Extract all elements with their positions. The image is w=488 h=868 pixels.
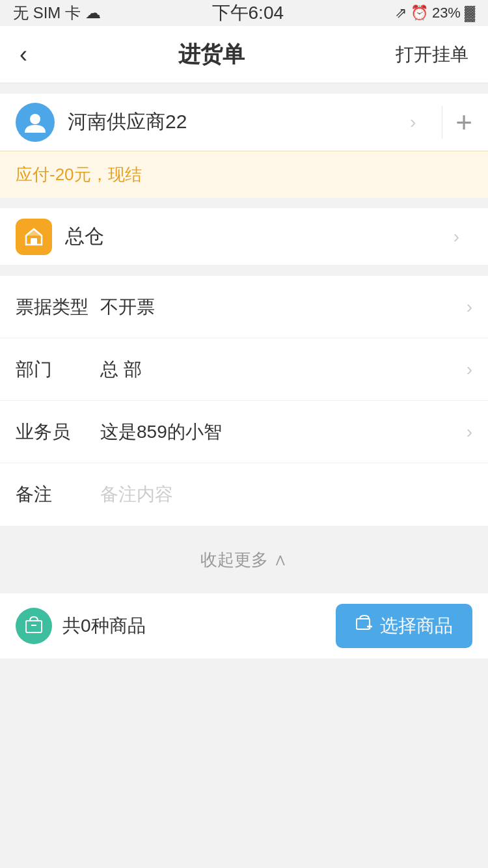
alarm-icon: ⏰ [411, 5, 428, 21]
svg-rect-1 [31, 238, 37, 245]
status-left: 无 SIM 卡 ☁ [13, 3, 101, 23]
product-icon [16, 608, 52, 644]
location-icon: ⇗ [395, 5, 407, 21]
divider [442, 106, 442, 139]
invoice-type-label: 票据类型 [16, 295, 100, 319]
salesperson-chevron-icon: › [467, 422, 472, 442]
department-row[interactable]: 部门 总 部 › [0, 338, 488, 401]
status-time: 下午6:04 [212, 1, 284, 25]
salesperson-value: 这是859的小智 [100, 420, 467, 444]
warehouse-name: 总仓 [65, 223, 454, 250]
remark-label: 备注 [16, 482, 100, 507]
supplier-row[interactable]: 河南供应商22 › + [0, 94, 488, 151]
bottom-bar: 共0种商品 选择商品 [0, 593, 488, 658]
salesperson-row[interactable]: 业务员 这是859的小智 › [0, 401, 488, 463]
select-product-icon [355, 615, 373, 638]
nav-bar: ‹ 进货单 打开挂单 [0, 26, 488, 83]
warehouse-row[interactable]: 总仓 › [0, 208, 488, 265]
invoice-type-chevron-icon: › [467, 297, 472, 318]
battery-icon: ▓ [465, 5, 475, 21]
salesperson-label: 业务员 [16, 420, 100, 444]
status-right: ⇗ ⏰ 23% ▓ [395, 5, 475, 21]
warehouse-chevron-icon: › [454, 226, 459, 247]
department-chevron-icon: › [467, 359, 472, 380]
supplier-section: 河南供应商22 › + 应付-20元，现结 [0, 94, 488, 198]
invoice-type-row[interactable]: 票据类型 不开票 › [0, 276, 488, 338]
cart-icon [23, 616, 44, 636]
status-bar: 无 SIM 卡 ☁ 下午6:04 ⇗ ⏰ 23% ▓ [0, 0, 488, 26]
battery-level: 23% [432, 5, 461, 21]
open-pending-button[interactable]: 打开挂单 [396, 42, 468, 67]
select-product-label: 选择商品 [380, 614, 453, 638]
sim-status: 无 SIM 卡 ☁ [13, 3, 101, 23]
supplier-avatar [16, 103, 55, 142]
user-icon [23, 111, 47, 134]
product-count: 共0种商品 [62, 614, 336, 638]
supplier-chevron-icon: › [410, 112, 416, 133]
form-section: 票据类型 不开票 › 部门 总 部 › 业务员 这是859的小智 › 备注 备注… [0, 276, 488, 526]
invoice-type-value: 不开票 [100, 295, 467, 319]
svg-rect-4 [357, 619, 370, 629]
content: 河南供应商22 › + 应付-20元，现结 总仓 › 票据类型 不开票 › 部门 [0, 94, 488, 854]
warehouse-icon [16, 219, 52, 255]
supplier-name: 河南供应商22 [68, 109, 410, 135]
house-icon [23, 226, 44, 247]
back-button[interactable]: ‹ [20, 41, 27, 68]
add-to-cart-icon [355, 615, 373, 633]
svg-rect-2 [26, 621, 42, 632]
empty-space [0, 658, 488, 854]
department-value: 总 部 [100, 357, 467, 382]
add-supplier-button[interactable]: + [455, 106, 472, 139]
remark-row[interactable]: 备注 备注内容 [0, 463, 488, 526]
collapse-bar[interactable]: 收起更多 ∧ [0, 536, 488, 583]
select-product-button[interactable]: 选择商品 [336, 604, 472, 648]
remark-input[interactable]: 备注内容 [100, 482, 472, 507]
page-title: 进货单 [178, 40, 245, 70]
department-label: 部门 [16, 357, 100, 382]
notice-bar: 应付-20元，现结 [0, 151, 488, 198]
svg-point-0 [30, 114, 40, 124]
